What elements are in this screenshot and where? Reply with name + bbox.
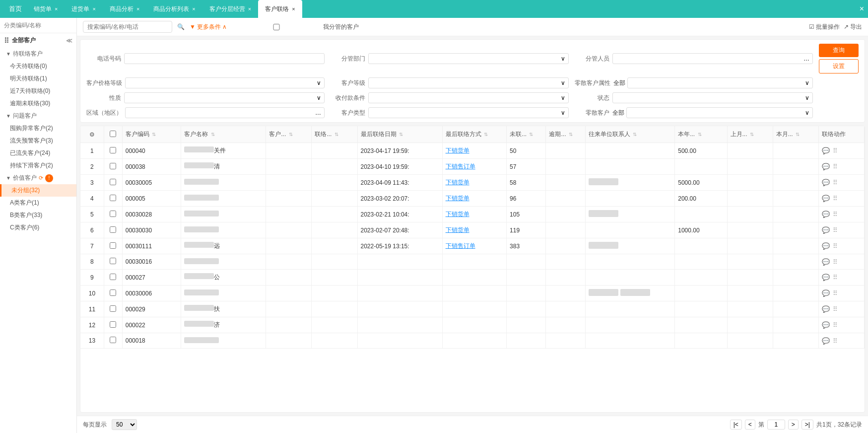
close-icon[interactable]: ×	[136, 6, 139, 12]
chat-icon[interactable]: 💬	[822, 163, 830, 170]
reset-btn[interactable]: 设置	[819, 59, 859, 73]
app-close-button[interactable]: ×	[860, 4, 864, 13]
cell-lastway[interactable]	[442, 317, 506, 333]
row-checkbox[interactable]	[110, 258, 116, 264]
sidebar-item-hoarding-anomaly[interactable]: 囤购异常客户(2)	[0, 122, 76, 135]
manager-input[interactable]: …	[612, 53, 813, 64]
grid-action-icon[interactable]: ⠿	[833, 226, 838, 234]
row-checkbox[interactable]	[110, 211, 116, 217]
th-contact[interactable]: 联络... ⇅	[312, 126, 357, 143]
grid-action-icon[interactable]: ⠿	[833, 242, 838, 250]
page-size-select[interactable]: 50 100	[112, 419, 137, 430]
chat-icon[interactable]: 💬	[822, 179, 830, 186]
sidebar-item-ungrouped[interactable]: 未分组(32)	[0, 184, 76, 197]
grid-action-icon[interactable]: ⠿	[833, 321, 838, 329]
refresh-icon[interactable]: ⟳	[39, 175, 43, 181]
chat-icon[interactable]: 💬	[822, 226, 830, 234]
close-icon[interactable]: ×	[248, 6, 251, 12]
my-customers-check[interactable]	[232, 24, 321, 30]
row-checkbox[interactable]	[110, 163, 116, 169]
sidebar-item-churn-warning[interactable]: 流失预警客户(3)	[0, 135, 76, 147]
cell-lastway[interactable]: 下销货单	[442, 222, 506, 238]
chat-icon[interactable]: 💬	[822, 274, 830, 281]
chat-icon[interactable]: 💬	[822, 337, 830, 345]
th-type[interactable]: 客户... ⇅	[266, 126, 312, 143]
search-icon[interactable]: 🔍	[177, 23, 185, 30]
cell-lastway[interactable]	[442, 301, 506, 317]
next-page-btn[interactable]: >	[788, 420, 799, 430]
sidebar-item-declining[interactable]: 持续下滑客户(2)	[0, 159, 76, 172]
last-page-btn[interactable]: >|	[801, 420, 813, 430]
close-icon[interactable]: ×	[192, 6, 195, 12]
sidebar-item-churned[interactable]: 已流失客户(24)	[0, 147, 76, 159]
tab-product-analysis-list[interactable]: 商品分析列表 ×	[146, 0, 202, 18]
th-settings[interactable]: ⚙	[80, 126, 104, 143]
row-checkbox[interactable]	[110, 195, 116, 201]
sidebar-item-7days[interactable]: 近7天待联络(0)	[0, 85, 76, 97]
th-lastdate[interactable]: 最后联络日期 ⇅	[357, 126, 442, 143]
ctype-select[interactable]: ∨	[368, 107, 569, 118]
cell-lastway[interactable]	[442, 286, 506, 301]
nature-select[interactable]: ∨	[124, 92, 325, 103]
chat-icon[interactable]: 💬	[822, 258, 830, 266]
region-select[interactable]: …	[125, 107, 325, 118]
cell-lastway[interactable]: 下销货单	[442, 207, 506, 222]
select-all-checkbox[interactable]	[110, 131, 116, 137]
close-icon-active[interactable]: ×	[292, 6, 295, 12]
cell-lastway[interactable]: 下销货单	[442, 191, 506, 207]
th-lastmonth[interactable]: 上月... ⇅	[727, 126, 773, 143]
grid-action-icon[interactable]: ⠿	[833, 305, 838, 313]
grid-action-icon[interactable]: ⠿	[833, 258, 838, 266]
cell-lastway[interactable]: 下销售订单	[442, 238, 506, 254]
section-value-customers[interactable]: ▼ 价值客户 ⟳ !	[0, 172, 76, 184]
th-thismonth[interactable]: 本月... ⇅	[773, 126, 818, 143]
row-checkbox[interactable]	[110, 226, 116, 233]
grid-action-icon[interactable]: ⠿	[833, 179, 838, 186]
retail-select[interactable]: ∨	[626, 107, 813, 118]
section-problem-customers[interactable]: ▼ 问题客户	[0, 110, 76, 122]
collapse-icon[interactable]: ≪	[66, 37, 72, 44]
query-btn[interactable]: 查询	[819, 44, 859, 57]
th-bizcontact[interactable]: 往来单位联系人 ⇅	[585, 126, 674, 143]
tab-customer-tier[interactable]: 客户分层经营 ×	[202, 0, 258, 18]
chat-icon[interactable]: 💬	[822, 242, 830, 250]
first-page-btn[interactable]: |<	[730, 420, 742, 430]
my-customers-checkbox[interactable]: 我分管的客户	[232, 23, 359, 31]
customer-grade-select[interactable]: ∨	[368, 77, 569, 88]
row-checkbox[interactable]	[110, 289, 116, 296]
grid-action-icon[interactable]: ⠿	[833, 289, 838, 297]
row-checkbox[interactable]	[110, 337, 116, 343]
chat-icon[interactable]: 💬	[822, 147, 830, 154]
row-checkbox[interactable]	[110, 147, 116, 153]
row-checkbox[interactable]	[110, 274, 116, 280]
sidebar-item-today[interactable]: 今天待联络(0)	[0, 60, 76, 72]
cell-lastway[interactable]: 下销货单	[442, 143, 506, 159]
row-checkbox[interactable]	[110, 242, 116, 249]
th-lastway[interactable]: 最后联络方式 ⇅	[442, 126, 506, 143]
chat-icon[interactable]: 💬	[822, 289, 830, 297]
price-grade-select[interactable]: ∨	[125, 77, 325, 88]
export-btn[interactable]: ↗ 导出	[844, 23, 862, 31]
section-pending-contact[interactable]: ▼ 待联络客户	[0, 48, 76, 60]
tab-product-analysis[interactable]: 商品分析 ×	[103, 0, 146, 18]
th-name[interactable]: 客户名称 ⇅	[181, 126, 266, 143]
all-customers-header[interactable]: ⠿ 全部客户 ≪	[0, 33, 76, 48]
chat-icon[interactable]: 💬	[822, 305, 830, 313]
tab-home[interactable]: 首页	[4, 4, 27, 13]
tab-sales-order[interactable]: 销货单 ×	[27, 0, 65, 18]
close-icon[interactable]: ×	[92, 6, 95, 12]
th-code[interactable]: 客户编码 ⇅	[122, 126, 181, 143]
chat-icon[interactable]: 💬	[822, 195, 830, 202]
sidebar-search-input[interactable]	[4, 22, 77, 29]
search-input[interactable]	[83, 21, 172, 33]
row-checkbox[interactable]	[110, 321, 116, 328]
cell-lastway[interactable]	[442, 333, 506, 349]
status-select[interactable]: ∨	[612, 92, 813, 103]
sidebar-item-type-b[interactable]: B类客户(33)	[0, 209, 76, 221]
dept-select[interactable]: ∨	[368, 53, 569, 64]
grid-action-icon[interactable]: ⠿	[833, 211, 838, 218]
batch-op-btn[interactable]: ☑ 批量操作	[809, 23, 840, 31]
grid-action-icon[interactable]: ⠿	[833, 195, 838, 202]
grid-action-icon[interactable]: ⠿	[833, 163, 838, 170]
tab-customer-contact[interactable]: 客户联络 ×	[258, 0, 302, 18]
